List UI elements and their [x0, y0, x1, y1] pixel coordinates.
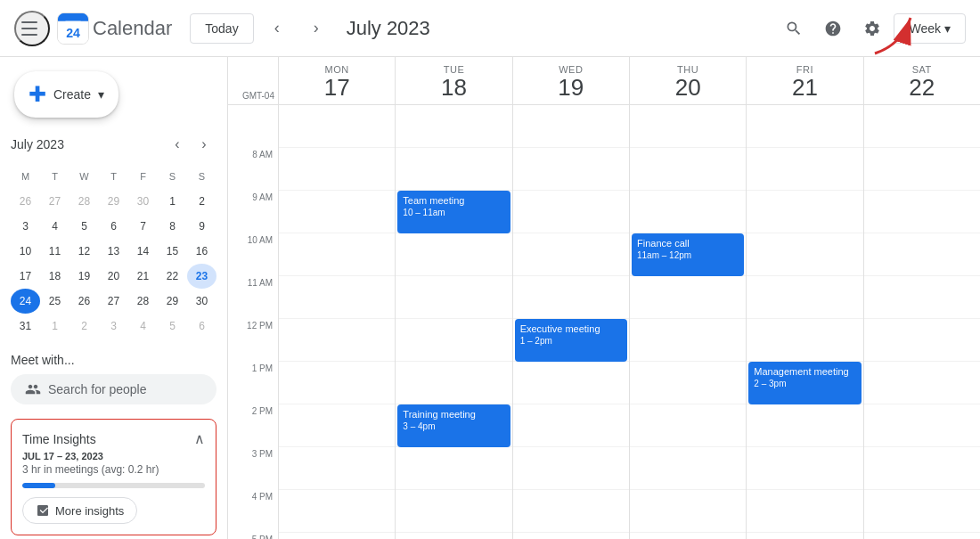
mini-cal-day[interactable]: 18	[40, 264, 69, 289]
mini-cal-day[interactable]: 7	[128, 214, 158, 239]
mini-cal-day[interactable]: 2	[69, 314, 99, 339]
plus-icon: ✚	[29, 82, 46, 107]
time-4pm: 4 PM	[228, 490, 278, 533]
day-header-tue: TUE 18	[395, 57, 511, 104]
time-8am: 8 AM	[228, 148, 278, 191]
day-header-t2: T	[99, 164, 128, 189]
mini-calendar: July 2023 ‹ › M T W T F S S	[0, 132, 227, 339]
grid-col-fri: Management meeting 2 – 3pm	[746, 105, 862, 539]
grid-col-tue: Team meeting 10 – 11am Training meeting …	[395, 105, 511, 539]
svg-rect-0	[21, 21, 37, 23]
progress-fill	[22, 483, 55, 488]
mini-cal-day[interactable]: 16	[187, 239, 216, 264]
svg-rect-7	[81, 13, 89, 21]
mini-cal-day[interactable]: 8	[158, 214, 187, 239]
day-header-w: W	[69, 164, 99, 189]
people-icon	[25, 381, 41, 397]
mini-cal-day[interactable]: 1	[40, 314, 69, 339]
time-insights-date: JUL 17 – 23, 2023	[22, 451, 205, 461]
time-12pm: 12 PM	[228, 319, 278, 362]
prev-button[interactable]: ‹	[261, 12, 293, 45]
settings-button[interactable]	[854, 11, 890, 46]
time-3pm: 3 PM	[228, 447, 278, 490]
svg-rect-6	[58, 13, 66, 21]
day-header-thu: THU 20	[629, 57, 746, 104]
day-header-f: F	[128, 164, 158, 189]
more-insights-button[interactable]: More insights	[22, 497, 137, 524]
mini-cal-day[interactable]: 6	[187, 314, 216, 339]
svg-text:24: 24	[66, 25, 80, 39]
meet-title: Meet with...	[11, 353, 216, 367]
mini-cal-day[interactable]: 2	[187, 189, 216, 214]
create-button[interactable]: ✚ Create ▾	[14, 71, 118, 118]
time-insights-hours: 3 hr in meetings (avg: 0.2 hr)	[22, 463, 205, 476]
mini-cal-prev[interactable]: ‹	[165, 132, 190, 157]
search-people-text: Search for people	[48, 382, 147, 396]
event-executive-meeting[interactable]: Executive meeting 1 – 2pm	[515, 319, 627, 362]
mini-cal-day[interactable]: 3	[11, 214, 40, 239]
mini-cal-day[interactable]: 6	[99, 214, 128, 239]
mini-cal-day[interactable]: 11	[40, 239, 69, 264]
mini-cal-day[interactable]: 22	[158, 264, 187, 289]
mini-cal-next[interactable]: ›	[192, 132, 216, 157]
mini-cal-day[interactable]: 13	[99, 239, 128, 264]
mini-cal-day[interactable]: 25	[40, 289, 69, 314]
mini-cal-day[interactable]: 28	[128, 289, 158, 314]
help-button[interactable]	[815, 11, 851, 46]
main-layout: ✚ Create ▾ July 2023 ‹ › M T W T	[0, 57, 980, 539]
mini-cal-day[interactable]: 19	[69, 264, 99, 289]
mini-cal-day[interactable]: 5	[158, 314, 187, 339]
mini-cal-day[interactable]: 10	[11, 239, 40, 264]
event-team-meeting[interactable]: Team meeting 10 – 11am	[397, 191, 510, 233]
header-icons: Week ▾	[776, 11, 966, 46]
next-button[interactable]: ›	[300, 12, 332, 45]
event-management-meeting[interactable]: Management meeting 2 – 3pm	[748, 362, 861, 404]
event-finance-call[interactable]: Finance call 11am – 12pm	[632, 233, 744, 276]
mini-cal-day[interactable]: 21	[128, 264, 158, 289]
mini-cal-day[interactable]: 4	[128, 314, 158, 339]
mini-cal-day[interactable]: 31	[11, 314, 40, 339]
day-header-s1: S	[158, 164, 187, 189]
mini-cal-day[interactable]: 26	[69, 289, 99, 314]
mini-cal-day[interactable]: 4	[40, 214, 69, 239]
google-calendar-icon: 24	[57, 12, 89, 45]
mini-cal-day[interactable]: 12	[69, 239, 99, 264]
time-labels: 8 AM 9 AM 10 AM 11 AM 12 PM 1 PM 2 PM 3 …	[228, 105, 278, 539]
mini-cal-day[interactable]: 26	[11, 189, 40, 214]
svg-rect-1	[21, 28, 37, 29]
mini-cal-day[interactable]: 29	[158, 289, 187, 314]
mini-cal-day[interactable]: 24	[11, 289, 40, 314]
mini-cal-day[interactable]: 3	[99, 314, 128, 339]
time-insights-collapse[interactable]: ∧	[194, 430, 205, 447]
mini-cal-day[interactable]: 30	[187, 289, 216, 314]
event-training-meeting[interactable]: Training meeting 3 – 4pm	[397, 404, 510, 447]
mini-cal-day[interactable]: 27	[40, 189, 69, 214]
mini-cal-day[interactable]: 28	[69, 189, 99, 214]
time-11am: 11 AM	[228, 276, 278, 319]
time-insights-title: Time Insights	[22, 432, 96, 446]
mini-cal-day[interactable]: 17	[11, 264, 40, 289]
mini-cal-day[interactable]: 14	[128, 239, 158, 264]
search-button[interactable]	[776, 11, 812, 46]
today-button[interactable]: Today	[190, 13, 253, 44]
mini-cal-day[interactable]: 15	[158, 239, 187, 264]
mini-cal-day[interactable]: 30	[128, 189, 158, 214]
mini-cal-day[interactable]: 5	[69, 214, 99, 239]
mini-cal-day[interactable]: 9	[187, 214, 216, 239]
mini-cal-day[interactable]: 20	[99, 264, 128, 289]
grid-col-sat	[863, 105, 980, 539]
mini-cal-table: M T W T F S S 26272829301234567891011121…	[11, 164, 216, 339]
view-selector[interactable]: Week ▾	[894, 13, 966, 44]
calendar-area: GMT-04 MON 17 TUE 18 WED 19 THU 20 FRI 2…	[228, 57, 980, 539]
grid-col-wed: Executive meeting 1 – 2pm	[512, 105, 629, 539]
time-9am: 9 AM	[228, 191, 278, 233]
time-10am: 10 AM	[228, 233, 278, 276]
mini-cal-day[interactable]: 23	[187, 264, 216, 289]
hamburger-button[interactable]	[14, 11, 50, 46]
mini-cal-day[interactable]: 1	[158, 189, 187, 214]
create-label: Create	[53, 87, 91, 102]
grid-columns: Team meeting 10 – 11am Training meeting …	[278, 105, 980, 539]
search-people-button[interactable]: Search for people	[11, 374, 216, 404]
mini-cal-day[interactable]: 27	[99, 289, 128, 314]
mini-cal-day[interactable]: 29	[99, 189, 128, 214]
